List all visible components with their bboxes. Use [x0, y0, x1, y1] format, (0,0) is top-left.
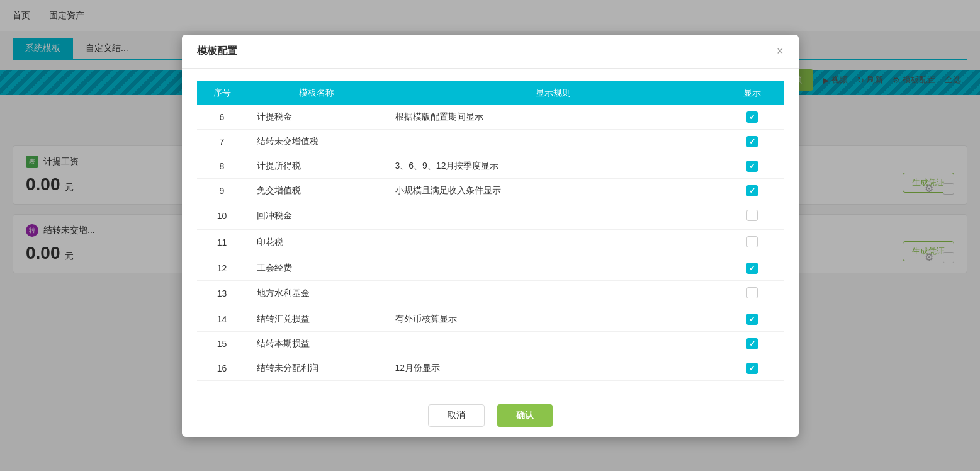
cancel-button[interactable]: 取消 — [428, 404, 485, 427]
table-row: 13地方水利基金 — [197, 280, 784, 307]
table-row: 9免交增值税小规模且满足收入条件显示 — [197, 178, 784, 203]
cell-seq: 14 — [197, 307, 247, 331]
cell-checkbox[interactable] — [721, 203, 784, 229]
cell-seq: 6 — [197, 105, 247, 130]
cell-seq: 9 — [197, 178, 247, 203]
cell-seq: 7 — [197, 129, 247, 154]
config-table: 序号 模板名称 显示规则 显示 6计提税金根据模版配置期间显示7结转未交增值税8… — [197, 81, 784, 381]
cell-checkbox[interactable] — [721, 307, 784, 331]
modal-body: 序号 模板名称 显示规则 显示 6计提税金根据模版配置期间显示7结转未交增值税8… — [182, 69, 799, 394]
cell-name: 计提税金 — [247, 105, 386, 130]
confirm-button[interactable]: 确认 — [497, 404, 553, 427]
col-header-display: 显示 — [721, 81, 784, 105]
cell-rule — [386, 129, 721, 154]
cell-rule: 12月份显示 — [386, 356, 721, 380]
checkbox-unchecked[interactable] — [746, 287, 758, 298]
cell-name: 工会经费 — [247, 256, 386, 280]
checkbox-checked[interactable] — [746, 314, 758, 325]
checkbox-checked[interactable] — [746, 111, 758, 123]
cell-checkbox[interactable] — [721, 280, 784, 307]
table-body: 6计提税金根据模版配置期间显示7结转未交增值税8计提所得税3、6、9、12月按季… — [197, 105, 784, 381]
cell-seq: 16 — [197, 356, 247, 380]
cell-checkbox[interactable] — [721, 356, 784, 380]
col-header-seq: 序号 — [197, 81, 247, 105]
cell-rule: 小规模且满足收入条件显示 — [386, 178, 721, 203]
cell-name: 结转未分配利润 — [247, 356, 386, 380]
cell-seq: 8 — [197, 154, 247, 178]
table-row: 6计提税金根据模版配置期间显示 — [197, 105, 784, 130]
cell-rule — [386, 229, 721, 256]
cell-seq: 12 — [197, 256, 247, 280]
table-header: 序号 模板名称 显示规则 显示 — [197, 81, 784, 105]
cell-seq: 10 — [197, 203, 247, 229]
table-row: 16结转未分配利润12月份显示 — [197, 356, 784, 380]
table-row: 14结转汇兑损益有外币核算显示 — [197, 307, 784, 331]
cell-name: 回冲税金 — [247, 203, 386, 229]
table-row: 7结转未交增值税 — [197, 129, 784, 154]
cell-checkbox[interactable] — [721, 105, 784, 130]
checkbox-checked[interactable] — [746, 338, 758, 349]
cell-checkbox[interactable] — [721, 154, 784, 178]
table-scroll-container[interactable]: 序号 模板名称 显示规则 显示 6计提税金根据模版配置期间显示7结转未交增值税8… — [197, 69, 784, 381]
cell-name: 结转本期损益 — [247, 331, 386, 356]
cell-checkbox[interactable] — [721, 178, 784, 203]
modal-overlay: 模板配置 × 序号 模板名称 显示规则 显示 6计提税金根据模版配置期间显示7结… — [0, 0, 980, 471]
checkbox-checked[interactable] — [746, 185, 758, 196]
cell-rule — [386, 203, 721, 229]
cell-rule — [386, 331, 721, 356]
modal-dialog: 模板配置 × 序号 模板名称 显示规则 显示 6计提税金根据模版配置期间显示7结… — [182, 35, 799, 437]
modal-footer: 取消 确认 — [182, 394, 799, 437]
cell-name: 印花税 — [247, 229, 386, 256]
modal-close-button[interactable]: × — [777, 45, 784, 57]
cell-name: 免交增值税 — [247, 178, 386, 203]
cell-name: 地方水利基金 — [247, 280, 386, 307]
checkbox-checked[interactable] — [746, 363, 758, 374]
modal-header: 模板配置 × — [182, 35, 799, 69]
table-row: 10回冲税金 — [197, 203, 784, 229]
cell-seq: 11 — [197, 229, 247, 256]
cell-name: 结转未交增值税 — [247, 129, 386, 154]
table-row: 11印花税 — [197, 229, 784, 256]
cell-checkbox[interactable] — [721, 129, 784, 154]
cell-name: 计提所得税 — [247, 154, 386, 178]
cell-rule — [386, 280, 721, 307]
table-row: 15结转本期损益 — [197, 331, 784, 356]
checkbox-unchecked[interactable] — [746, 210, 758, 221]
cell-name: 结转汇兑损益 — [247, 307, 386, 331]
cell-seq: 13 — [197, 280, 247, 307]
cell-checkbox[interactable] — [721, 256, 784, 280]
checkbox-checked[interactable] — [746, 161, 758, 172]
modal-title: 模板配置 — [197, 45, 237, 58]
cell-seq: 15 — [197, 331, 247, 356]
col-header-name: 模板名称 — [247, 81, 386, 105]
cell-rule: 3、6、9、12月按季度显示 — [386, 154, 721, 178]
cell-checkbox[interactable] — [721, 331, 784, 356]
cell-rule: 有外币核算显示 — [386, 307, 721, 331]
checkbox-unchecked[interactable] — [746, 236, 758, 247]
col-header-rule: 显示规则 — [386, 81, 721, 105]
table-row: 8计提所得税3、6、9、12月按季度显示 — [197, 154, 784, 178]
cell-rule: 根据模版配置期间显示 — [386, 105, 721, 130]
cell-rule — [386, 256, 721, 280]
cell-checkbox[interactable] — [721, 229, 784, 256]
table-row: 12工会经费 — [197, 256, 784, 280]
checkbox-checked[interactable] — [746, 263, 758, 274]
checkbox-checked[interactable] — [746, 136, 758, 147]
